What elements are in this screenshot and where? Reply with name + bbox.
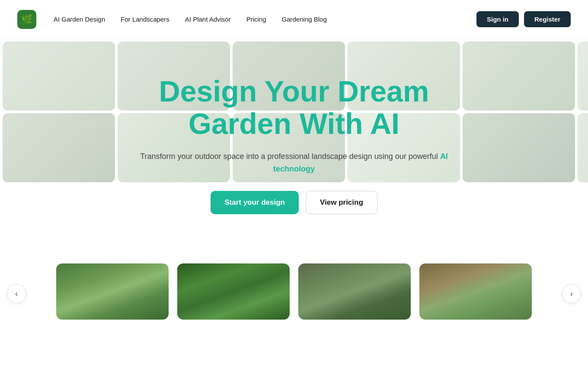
nav-link-ai-garden[interactable]: AI Garden Design: [54, 16, 105, 23]
carousel-item-3: [298, 263, 411, 320]
register-button[interactable]: Register: [524, 11, 571, 27]
logo-emoji: 🌿: [21, 14, 33, 25]
carousel-section: ‹ ›: [0, 251, 588, 337]
hero-subtitle: Transform your outdoor space into a prof…: [138, 150, 450, 175]
nav-link-plant-advisor[interactable]: AI Plant Advisor: [185, 16, 231, 23]
hero-section: Design Your Dream Garden With AI Transfo…: [0, 39, 588, 251]
carousel-item-2: [177, 263, 290, 320]
hero-buttons: Start your design View pricing: [138, 191, 450, 214]
carousel-prev-button[interactable]: ‹: [7, 284, 26, 303]
hero-title-line1: Design Your Dream: [159, 75, 429, 108]
navbar: 🌿 AI Garden Design For Landscapers AI Pl…: [0, 0, 588, 39]
hero-content: Design Your Dream Garden With AI Transfo…: [138, 75, 450, 214]
signin-button[interactable]: Sign in: [476, 11, 519, 27]
logo[interactable]: 🌿: [17, 10, 36, 29]
hero-title: Design Your Dream Garden With AI: [138, 75, 450, 140]
nav-link-pricing[interactable]: Pricing: [246, 16, 266, 23]
hero-title-line2: Garden With AI: [189, 107, 399, 140]
hero-subtitle-prefix: Transform your outdoor space into a prof…: [140, 152, 438, 161]
view-pricing-button[interactable]: View pricing: [306, 191, 377, 214]
nav-link-landscapers[interactable]: For Landscapers: [121, 16, 169, 23]
logo-icon: 🌿: [17, 10, 36, 29]
carousel-item-1: [56, 263, 169, 320]
carousel-item-4: [419, 263, 532, 320]
nav-links: AI Garden Design For Landscapers AI Plan…: [54, 16, 476, 23]
carousel-track: [0, 263, 588, 320]
nav-actions: Sign in Register: [476, 11, 571, 27]
nav-link-blog[interactable]: Gardening Blog: [282, 16, 327, 23]
carousel-next-button[interactable]: ›: [562, 284, 581, 303]
start-design-button[interactable]: Start your design: [211, 191, 299, 214]
